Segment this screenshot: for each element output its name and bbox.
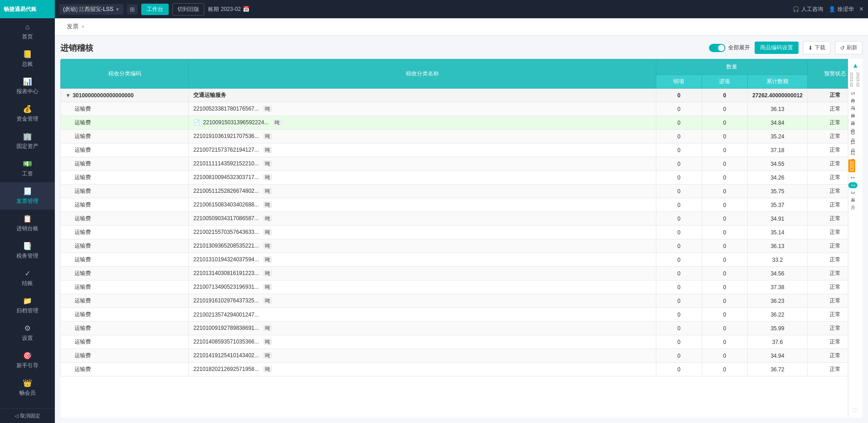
sidebar-item-固定资产[interactable]: 🏢固定资产 — [0, 127, 55, 155]
switch-old-button[interactable]: 切到旧版 — [172, 3, 204, 16]
cell-code: 运输费 — [61, 363, 189, 376]
cell-cumulative: 35.37 — [747, 198, 807, 212]
sidebar-label-新手引导: 新手引导 — [16, 362, 38, 370]
sidebar-icon-首页: ⌂ — [25, 23, 30, 31]
sidebar-icon-税务管理: 📑 — [23, 242, 32, 250]
sidebar-item-工资[interactable]: 💵工资 — [0, 155, 55, 182]
sidebar-label-税务管理: 税务管理 — [16, 252, 38, 260]
cell-sales: 0 — [656, 239, 702, 253]
product-code-setting-button[interactable]: 商品编码设置 — [755, 42, 799, 54]
cell-sales: 0 — [656, 363, 702, 376]
calendar-item-5[interactable]: 8月 — [848, 113, 857, 119]
calendar-item-11[interactable]: 1月 — [848, 174, 857, 181]
sidebar-label-首页: 首页 — [22, 33, 33, 41]
workbench-button[interactable]: 工作台 — [141, 4, 169, 15]
tab-close-2[interactable]: × — [105, 6, 108, 12]
cell-invoice-code: 22101310194324037594... 吨 — [189, 253, 656, 267]
cell-cumulative: 36.23 — [747, 294, 807, 308]
table-row: 运输费 📄 22100915031396592224... 吨 0 0 34.8… — [61, 116, 863, 130]
cell-invoice-code: 22101419125410143402... 吨 — [189, 349, 656, 363]
cell-code: 运输费 — [61, 130, 189, 143]
sidebar-icon-进销台账: 📋 — [23, 214, 32, 223]
calendar-item-14[interactable]: 4月 — [848, 197, 857, 204]
cell-purchase: 0 — [702, 349, 747, 363]
tab-工资统计报表[interactable]: 工资统计报表× — [60, 1, 114, 18]
cell-cumulative: 35.14 — [747, 226, 807, 239]
calendar-item-10[interactable]: 2023 — [848, 159, 855, 172]
sidebar-item-归档管理[interactable]: 📁归档管理 — [0, 292, 55, 319]
cell-invoice-code: 📄 22100915031396592224... 吨 — [189, 116, 656, 130]
tabbar: 首页工资表×工资统计报表×发票×发票测算×发票开具×进销稽核× — [55, 18, 868, 36]
sidebar-item-资金管理[interactable]: 💰资金管理 — [0, 100, 55, 127]
cell-cumulative: 33.2 — [747, 253, 807, 267]
cell-invoice-code: 22101820212692571958... 吨 — [189, 363, 656, 376]
sidebar-label-归档管理: 归档管理 — [16, 307, 38, 315]
cell-sales: 0 — [656, 253, 702, 267]
sidebar-item-总账[interactable]: 📒总账 — [0, 45, 55, 73]
table-row: ▼30100000000000000000 交通运输服务 0 0 27262.4… — [61, 89, 863, 102]
cell-sales: 0 — [656, 89, 702, 102]
content-area: 进销稽核 全部展开 商品编码设置 ⬇ 下载 ↺ 刷新 — [55, 36, 868, 423]
company-dropdown-arrow: ▼ — [115, 7, 120, 12]
expand-all-toggle[interactable] — [709, 44, 725, 52]
calendar-item-4[interactable]: 7月 — [848, 106, 857, 112]
sidebar-item-税务管理[interactable]: 📑税务管理 — [0, 237, 55, 264]
topbar-right: 🎧 人工咨询 👤 徐涩华 × — [793, 5, 863, 13]
table-row: 运输费 22101910361921707536... 吨 0 0 35.24 … — [61, 130, 863, 143]
header-name: 税收分类名称 — [189, 59, 656, 89]
copy-button[interactable]: ⊞ — [127, 4, 138, 15]
cell-invoice-code: 22100523381780176567... 吨 — [189, 102, 656, 116]
calendar-item-2[interactable]: 5月 — [848, 90, 857, 97]
user-menu[interactable]: 👤 徐涩华 — [829, 5, 854, 13]
sidebar-item-新手引导[interactable]: 🎯新手引导 — [0, 347, 55, 374]
sidebar-item-报表中心[interactable]: 📊报表中心 — [0, 73, 55, 100]
calendar-item-3[interactable]: 6月 — [848, 98, 857, 104]
heart-icon: ♡ — [852, 407, 858, 414]
close-window-button[interactable]: × — [859, 5, 863, 13]
calendar-item-8[interactable]: 11月 — [848, 138, 857, 147]
unpin-icon: ◁ — [15, 413, 18, 419]
download-button[interactable]: ⬇ 下载 — [803, 41, 831, 54]
page-title: 进销稽核 — [60, 42, 709, 53]
calendar-item-9[interactable]: 12月 — [848, 148, 857, 157]
tab-close-3[interactable]: × — [81, 24, 84, 29]
cell-purchase: 0 — [702, 267, 747, 280]
sidebar-item-设置[interactable]: ⚙设置 — [0, 319, 55, 347]
calendar-up-nav[interactable]: ▲ — [852, 61, 860, 70]
sidebar-icon-发票管理: 🧾 — [23, 187, 32, 196]
sidebar-icon-归档管理: 📁 — [23, 296, 32, 305]
cell-purchase: 0 — [702, 226, 747, 239]
topbar: (勿动) 江西报宝-LSS ▼ ⊞ 工作台 切到旧版 账期 2023-02 📅 … — [55, 0, 868, 18]
table-row: 运输费 22100523381780176567... 吨 0 0 36.13 … — [61, 102, 863, 116]
sidebar-label-报表中心: 报表中心 — [16, 88, 38, 95]
cell-sales: 0 — [656, 212, 702, 226]
calendar-item-13[interactable]: 3月 — [848, 190, 857, 196]
refresh-button[interactable]: ↺ 刷新 — [835, 41, 863, 54]
sidebar-item-首页[interactable]: ⌂首页 — [0, 18, 55, 45]
calendar-icon[interactable]: 📅 — [243, 6, 250, 12]
cell-cumulative: 35.99 — [747, 322, 807, 335]
support-button[interactable]: 🎧 人工咨询 — [793, 5, 823, 13]
calendar-item-12[interactable]: 2月 — [848, 182, 857, 189]
sidebar-item-结账[interactable]: ✓结账 — [0, 264, 55, 292]
sidebar-item-进销台账[interactable]: 📋进销台账 — [0, 210, 55, 237]
sidebar-item-畅会员[interactable]: 👑畅会员 — [0, 374, 55, 402]
cell-invoice-code: 22101314030816191223... 吨 — [189, 267, 656, 280]
cell-purchase: 0 — [702, 143, 747, 157]
unpin-button[interactable]: ◁ 取消固定 — [0, 408, 55, 423]
calendar-item-6[interactable]: 9月 — [848, 121, 857, 127]
cell-code: 运输费 — [61, 212, 189, 226]
page-actions: 全部展开 商品编码设置 ⬇ 下载 ↺ 刷新 — [709, 41, 863, 54]
cell-purchase: 0 — [702, 363, 747, 376]
sidebar-label-固定资产: 固定资产 — [16, 143, 38, 150]
cell-purchase: 0 — [702, 185, 747, 198]
cell-purchase: 0 — [702, 308, 747, 322]
cell-code: 运输费 — [61, 198, 189, 212]
tab-发票[interactable]: 发票× — [60, 18, 114, 36]
calendar-item-7[interactable]: 10月 — [848, 128, 857, 137]
sidebar-item-发票管理[interactable]: 🧾发票管理 — [0, 182, 55, 210]
header-quantity: 数量 — [656, 59, 807, 75]
calendar-item-0[interactable]: 2023.02 — [848, 70, 855, 89]
tab-label-3: 发票 — [67, 22, 79, 31]
calendar-item-1[interactable]: 2023.02 — [855, 70, 861, 89]
